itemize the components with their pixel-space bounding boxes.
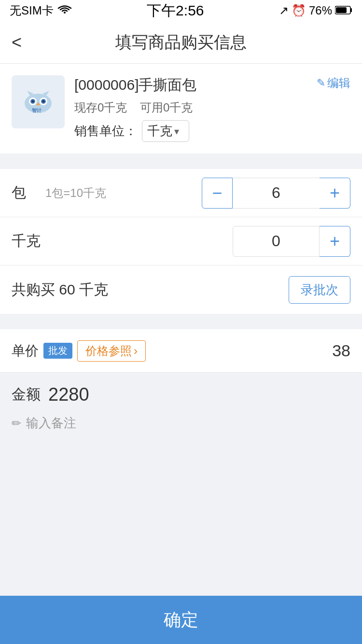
bao-minus-button[interactable]: − (202, 178, 233, 209)
bao-plus-button[interactable]: + (320, 178, 350, 209)
status-time: 下午2:56 (147, 1, 204, 21)
product-stock: 现存0千克 可用0千克 (74, 100, 350, 115)
product-info: 智计 [0000006]手撕面包 现存0千克 可用0千克 销售单位： 千克 ▾ (0, 64, 362, 154)
price-label: 单价 (12, 342, 39, 360)
product-image: 智计 (12, 75, 65, 128)
price-ref-button[interactable]: 价格参照 › (77, 340, 146, 362)
quantity-section: 包 1包=10千克 − + 千克 + 共购买 60 千克 录批次 (0, 169, 362, 314)
remark-label: 输入备注 (26, 415, 76, 432)
price-row: 单价 批发 价格参照 › 38 (0, 329, 362, 373)
svg-point-9 (42, 100, 45, 103)
total-label: 共购买 60 千克 (12, 280, 108, 300)
battery-icon (335, 4, 352, 17)
kg-plus-button[interactable]: + (320, 226, 350, 257)
unit-label: 销售单位： (74, 123, 137, 140)
amount-section: 金额 2280 ✏ 输入备注 (0, 373, 362, 439)
status-bar: 无SIM卡 下午2:56 ↗ ⏰ 76% (0, 0, 362, 21)
batch-button[interactable]: 录批次 (289, 276, 350, 304)
product-unit-row: 销售单位： 千克 ▾ (74, 120, 350, 142)
edit-icon: ✎ (317, 77, 325, 89)
wifi-icon (57, 4, 72, 17)
status-right: ↗ ⏰ 76% (279, 4, 352, 17)
kg-label: 千克 (12, 231, 41, 251)
product-details: [0000006]手撕面包 现存0千克 可用0千克 销售单位： 千克 ▾ (74, 75, 350, 142)
bao-hint: 1包=10千克 (45, 185, 202, 201)
amount-label: 金额 (12, 385, 41, 405)
nav-bar: < 填写商品购买信息 (0, 21, 362, 64)
bao-input[interactable] (233, 178, 320, 209)
empty-area (0, 439, 362, 613)
product-section: 智计 [0000006]手撕面包 现存0千克 可用0千克 销售单位： 千克 ▾ (0, 64, 362, 154)
price-section: 单价 批发 价格参照 › 38 (0, 329, 362, 373)
bao-controls: − + (202, 178, 350, 209)
status-left: 无SIM卡 (10, 3, 72, 18)
divider-2 (0, 314, 362, 322)
remark-row[interactable]: ✏ 输入备注 (12, 415, 350, 432)
product-logo: 智计 (21, 90, 55, 114)
amount-value: 2280 (48, 384, 89, 405)
svg-rect-1 (350, 8, 352, 12)
alarm-icon: ⏰ (292, 4, 306, 17)
total-row: 共购买 60 千克 录批次 (0, 266, 362, 314)
carrier-label: 无SIM卡 (10, 3, 54, 18)
price-tag: 批发 (43, 343, 72, 359)
kg-controls: + (233, 226, 350, 257)
confirm-button[interactable]: 确定 (0, 596, 362, 644)
svg-point-8 (32, 100, 34, 103)
unit-select[interactable]: 千克 ▾ (142, 120, 189, 142)
page-title: 填写商品购买信息 (115, 31, 247, 54)
battery-label: 76% (309, 4, 332, 17)
price-value: 38 (332, 341, 350, 360)
svg-rect-2 (336, 7, 347, 13)
chevron-down-icon: ▾ (174, 126, 179, 137)
amount-row: 金额 2280 (12, 384, 350, 405)
edit-button[interactable]: ✎ 编辑 (317, 75, 350, 91)
back-button[interactable]: < (12, 32, 22, 53)
divider-1 (0, 161, 362, 169)
bao-label: 包 (12, 183, 41, 203)
product-name: [0000006]手撕面包 (74, 75, 350, 95)
pencil-icon: ✏ (12, 417, 21, 430)
bao-quantity-row: 包 1包=10千克 − + (0, 169, 362, 217)
svg-text:智计: 智计 (31, 108, 42, 113)
kg-input[interactable] (233, 226, 320, 257)
chevron-right-icon: › (134, 344, 138, 358)
kg-quantity-row: 千克 + (0, 217, 362, 266)
location-icon: ↗ (279, 4, 289, 17)
